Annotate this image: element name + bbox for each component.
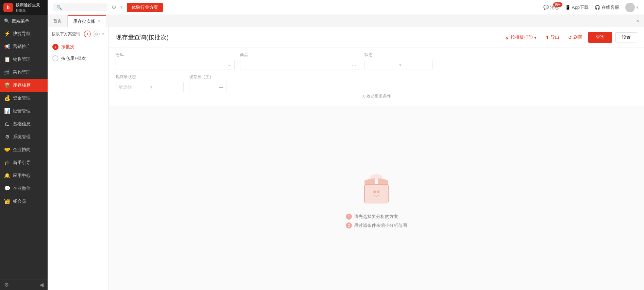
- empty-tips: 1 请先选择要分析的方案 2 用过滤条件来缩小分析范围: [346, 214, 407, 229]
- sidebar-item-inventory[interactable]: 📦 库存核算: [0, 79, 48, 92]
- sidebar-item-label: 库存核算: [13, 82, 31, 88]
- app-download-btn[interactable]: 📱 App下载: [565, 4, 589, 11]
- tip-text-1: 请先选择要分析的方案: [354, 214, 398, 220]
- query-btn[interactable]: 查询: [588, 32, 612, 43]
- tab-home[interactable]: 首页: [48, 15, 68, 27]
- footer-collapse-icon[interactable]: ◀: [39, 282, 44, 288]
- phone-icon: 📱: [565, 5, 571, 10]
- sidebar-item-label: 采购管理: [13, 69, 31, 75]
- close-all-tabs-btn[interactable]: ×: [631, 18, 644, 24]
- sidebar-item-marketing[interactable]: 📢 营销推广: [0, 40, 48, 53]
- member-icon: 👑: [4, 198, 10, 204]
- online-service-btn[interactable]: 🎧 在线客服: [595, 4, 619, 11]
- product-more-icon[interactable]: ···: [352, 62, 356, 68]
- search-menu-label: 搜索菜单: [12, 18, 29, 24]
- left-panel: 按以下方案查询 + ⚙ » ● 按批次 ○ 按仓库+批次: [48, 27, 109, 290]
- product-input[interactable]: ···: [240, 60, 359, 70]
- tabs-bar: 首页 库存批次账 × ×: [48, 15, 644, 27]
- finance-icon: 💰: [4, 95, 10, 101]
- messages-btn[interactable]: 💬 消息 99+: [543, 4, 559, 11]
- warehouse-more-icon[interactable]: ···: [227, 62, 232, 68]
- topbar: 🔍 ⚙ ▾ 体验行业方案 💬 消息 99+ 📱 App下载 🎧 在线客服 ▾: [48, 0, 644, 15]
- product-label: 商品: [240, 52, 359, 58]
- filter-stock-status: 现存量状态 请选择 ▾: [116, 74, 184, 92]
- search-icon: 🔍: [4, 18, 10, 23]
- app-logo: b: [3, 3, 13, 12]
- app-center-icon: 🔔: [4, 173, 10, 179]
- sidebar-item-operations[interactable]: 📊 经营管理: [0, 105, 48, 117]
- status-label: 状态: [365, 52, 433, 58]
- sidebar-item-label: 资金管理: [13, 95, 31, 101]
- sidebar-item-purchase[interactable]: 🛒 采购管理: [0, 66, 48, 79]
- svg-point-4: [373, 191, 376, 193]
- tip-num-2: 2: [346, 222, 352, 229]
- export-btn[interactable]: ⬆ 导出: [543, 33, 562, 42]
- sidebar-item-quick-nav[interactable]: ⚡ 快捷导航: [0, 27, 48, 40]
- content-area: 按以下方案查询 + ⚙ » ● 按批次 ○ 按仓库+批次 现存量查询: [48, 27, 644, 290]
- topbar-gear-icon[interactable]: ⚙: [112, 4, 116, 11]
- user-avatar-btn[interactable]: ▾: [625, 3, 639, 12]
- stock-qty-max[interactable]: [226, 82, 253, 92]
- refresh-btn[interactable]: ↺ 刷新: [565, 33, 585, 42]
- scheme-settings-btn[interactable]: ⚙: [93, 31, 100, 37]
- search-menu-item[interactable]: 🔍 搜索菜单: [0, 15, 48, 27]
- sidebar-item-app-center[interactable]: 🔔 应用中心: [0, 169, 48, 182]
- sidebar-item-newbie[interactable]: 🎓 新手引导: [0, 156, 48, 169]
- topbar-dropdown-icon[interactable]: ▾: [120, 5, 123, 10]
- right-main: 现存量查询(按批次) 🖨 按模板打印 ▾ ⬆ 导出 ↺: [109, 27, 644, 290]
- sidebar-brand: 畅康通好生意 标准版: [16, 3, 40, 13]
- trial-btn[interactable]: 体验行业方案: [127, 3, 163, 12]
- sidebar-item-finance[interactable]: 💰 资金管理: [0, 92, 48, 105]
- brand-name: 畅康通好生意: [16, 3, 40, 8]
- footer-settings-icon[interactable]: ⚙: [4, 282, 9, 288]
- topbar-search-input[interactable]: [64, 5, 98, 10]
- marketing-icon: 📢: [4, 43, 10, 50]
- left-panel-title: 按以下方案查询: [52, 31, 80, 37]
- page-title: 现存量查询(按批次): [116, 33, 169, 41]
- warehouse-input[interactable]: ···: [116, 60, 235, 70]
- left-panel-header: 按以下方案查询 + ⚙ »: [48, 27, 108, 41]
- collapse-more-label: 收起更多条件: [367, 93, 391, 99]
- sidebar-item-label: 企业微信: [13, 185, 31, 192]
- range-dash: —: [219, 85, 223, 90]
- add-scheme-btn[interactable]: +: [84, 31, 91, 37]
- status-dropdown-icon: ▾: [399, 62, 429, 68]
- sidebar-header: b 畅康通好生意 标准版: [0, 0, 48, 15]
- quick-nav-icon: ⚡: [4, 31, 10, 37]
- left-panel-collapse-btn[interactable]: »: [102, 31, 104, 37]
- scheme-by-warehouse-batch[interactable]: ○ 按仓库+批次: [48, 53, 108, 64]
- product-text-input[interactable]: [243, 62, 351, 68]
- stock-status-label: 现存量状态: [116, 74, 184, 80]
- tab-close-icon[interactable]: ×: [98, 19, 100, 24]
- page-header: 现存量查询(按批次) 🖨 按模板打印 ▾ ⬆ 导出 ↺: [109, 27, 644, 48]
- stock-status-placeholder: 请选择: [119, 84, 149, 90]
- scheme-dot-active: ●: [52, 44, 58, 50]
- print-template-btn[interactable]: 🖨 按模板打印 ▾: [502, 33, 539, 42]
- stock-status-select[interactable]: 请选择 ▾: [116, 82, 184, 92]
- scheme-by-batch[interactable]: ● 按批次: [48, 41, 108, 53]
- empty-svg-icon: [356, 167, 397, 208]
- sidebar-item-member[interactable]: 👑 畅会员: [0, 195, 48, 208]
- sidebar-item-basic[interactable]: 🗂 基础信息: [0, 117, 48, 130]
- tab-batch-account[interactable]: 库存批次账 ×: [68, 15, 106, 27]
- stock-qty-min[interactable]: [189, 82, 216, 92]
- sidebar-item-sales[interactable]: 📋 销售管理: [0, 53, 48, 66]
- tab-batch-label: 库存批次账: [73, 18, 95, 24]
- scheme-label: 按批次: [61, 44, 74, 50]
- settings-btn[interactable]: 设置: [615, 32, 637, 42]
- sidebar-item-label: 新手引导: [13, 160, 31, 166]
- sidebar-item-wechat[interactable]: 💬 企业微信: [0, 182, 48, 195]
- topbar-search-box[interactable]: 🔍: [53, 3, 107, 11]
- sidebar-item-label: 营销推广: [13, 43, 31, 50]
- warehouse-text-input[interactable]: [119, 62, 226, 68]
- status-select[interactable]: ▾: [365, 60, 433, 70]
- stock-qty-label: 现存量（主）: [189, 74, 253, 80]
- filter-row-1: 仓库 ··· 商品 ···: [116, 52, 637, 70]
- sales-icon: 📋: [4, 56, 10, 62]
- export-icon: ⬆: [545, 35, 549, 40]
- refresh-icon: ↺: [568, 35, 572, 40]
- sidebar-item-enterprise[interactable]: 🤝 企业协同: [0, 143, 48, 156]
- tip-num-1: 1: [346, 214, 352, 220]
- collapse-more-btn[interactable]: ∧ 收起更多条件: [116, 92, 637, 102]
- sidebar-item-system[interactable]: ⚙ 系统管理: [0, 130, 48, 143]
